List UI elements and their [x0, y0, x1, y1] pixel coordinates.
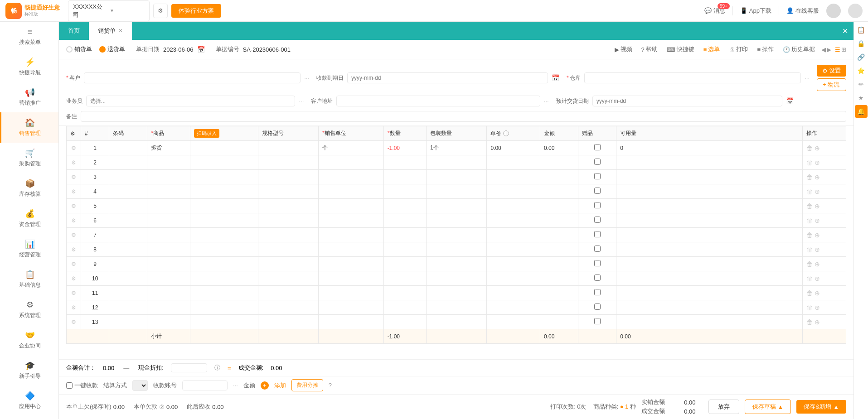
row-unitprice-cell[interactable]: [487, 257, 540, 271]
customer-more-icon[interactable]: ···: [304, 75, 309, 82]
delete-icon[interactable]: 🗑: [806, 202, 813, 210]
row-unitprice-cell[interactable]: [487, 184, 540, 199]
row-spec-cell[interactable]: [258, 184, 318, 199]
row-packqty-cell[interactable]: [427, 184, 487, 199]
copy-icon[interactable]: ⊕: [815, 159, 820, 166]
delivery-date-calendar-icon[interactable]: 📅: [786, 97, 794, 105]
copy-icon[interactable]: ⊕: [815, 304, 820, 311]
row-gift-cell[interactable]: [578, 213, 616, 228]
salesperson-more-icon[interactable]: ···: [299, 98, 304, 105]
row-unit-cell[interactable]: [318, 155, 383, 170]
row-gift-cell[interactable]: [578, 300, 616, 315]
row-unit-cell[interactable]: [318, 213, 383, 228]
row-unit-cell[interactable]: [318, 315, 383, 329]
row-unitprice-cell[interactable]: [487, 286, 540, 300]
right-btn-edit[interactable]: ✏: [855, 78, 868, 91]
delete-icon[interactable]: 🗑: [806, 289, 813, 297]
copy-icon[interactable]: ⊕: [815, 173, 820, 181]
row-barcode-cell[interactable]: [109, 271, 147, 286]
row-product-cell[interactable]: [147, 286, 190, 300]
tab-home[interactable]: 首页: [59, 22, 89, 40]
online-service-button[interactable]: 👤 在线客服: [786, 7, 819, 15]
row-gear-cell[interactable]: ⚙: [67, 141, 81, 155]
message-button[interactable]: 💬 消息 99+: [704, 7, 725, 15]
row-spec-cell[interactable]: [258, 141, 318, 155]
gift-checkbox[interactable]: [594, 303, 601, 310]
copy-icon[interactable]: ⊕: [815, 217, 820, 224]
gift-checkbox[interactable]: [594, 318, 601, 324]
row-unitprice-cell[interactable]: [487, 155, 540, 170]
gift-checkbox[interactable]: [594, 246, 601, 252]
right-btn-link[interactable]: 🔗: [855, 51, 868, 63]
row-product-cell[interactable]: [147, 228, 190, 242]
payment-method-select[interactable]: [132, 380, 148, 391]
payment-date-input[interactable]: [347, 72, 548, 83]
row-product-cell[interactable]: [147, 155, 190, 170]
row-amount-cell[interactable]: [540, 271, 578, 286]
account-more-icon[interactable]: ···: [233, 382, 238, 389]
sidebar-item-enterprise[interactable]: 🤝 企业协同: [0, 325, 58, 355]
delete-icon[interactable]: 🗑: [806, 275, 813, 282]
row-barcode-cell[interactable]: [109, 213, 147, 228]
row-barcode-cell[interactable]: [109, 242, 147, 257]
row-spec-cell[interactable]: [258, 199, 318, 213]
row-spec-cell[interactable]: [258, 242, 318, 257]
row-amount-cell[interactable]: [540, 184, 578, 199]
sidebar-item-sales[interactable]: 🏠 销售管理: [0, 112, 58, 143]
copy-icon[interactable]: ⊕: [815, 318, 820, 326]
row-amount-cell[interactable]: [540, 228, 578, 242]
row-gift-cell[interactable]: [578, 257, 616, 271]
row-amount-cell[interactable]: [540, 300, 578, 315]
row-unit-cell[interactable]: [318, 242, 383, 257]
copy-icon[interactable]: ⊕: [815, 188, 820, 195]
row-spec-cell[interactable]: [258, 257, 318, 271]
row-gift-cell[interactable]: [578, 199, 616, 213]
gift-checkbox[interactable]: [594, 202, 601, 208]
row-gear-cell[interactable]: ⚙: [67, 257, 81, 271]
row-gear-cell[interactable]: ⚙: [67, 213, 81, 228]
avatar2[interactable]: [848, 4, 863, 18]
gift-checkbox[interactable]: [594, 144, 601, 150]
copy-icon[interactable]: ⊕: [815, 260, 820, 268]
row-unitprice-cell[interactable]: [487, 170, 540, 184]
list-view-icon[interactable]: ☰: [835, 46, 840, 53]
row-packqty-cell[interactable]: [427, 257, 487, 271]
row-unit-cell[interactable]: [318, 228, 383, 242]
delete-icon[interactable]: 🗑: [806, 246, 813, 253]
row-barcode-cell[interactable]: [109, 184, 147, 199]
avatar[interactable]: [826, 4, 841, 18]
row-quantity-cell[interactable]: [383, 315, 426, 329]
row-gear-cell[interactable]: ⚙: [67, 184, 81, 199]
row-amount-cell[interactable]: [540, 155, 578, 170]
company-selector[interactable]: XXXXXX公司 ▼: [68, 0, 150, 21]
right-btn-clipboard[interactable]: 📋: [855, 24, 868, 36]
trial-button[interactable]: 体验行业方案: [171, 4, 221, 18]
tab-close-icon[interactable]: ✕: [118, 28, 123, 34]
row-amount-cell[interactable]: [540, 213, 578, 228]
row-gift-cell[interactable]: [578, 271, 616, 286]
row-gear-cell[interactable]: ⚙: [67, 242, 81, 257]
warehouse-input[interactable]: 建材仓: [584, 72, 801, 83]
delete-icon[interactable]: 🗑: [806, 173, 813, 181]
row-packqty-cell[interactable]: [427, 155, 487, 170]
row-spec-cell[interactable]: [258, 315, 318, 329]
row-gear-cell[interactable]: ⚙: [67, 300, 81, 315]
row-packqty-cell[interactable]: [427, 271, 487, 286]
delete-icon[interactable]: 🗑: [806, 304, 813, 311]
calendar-icon[interactable]: 📅: [197, 46, 205, 53]
sidebar-item-shortcut[interactable]: ⚡ 快捷导航: [0, 52, 58, 82]
logistics-btn[interactable]: + 物流: [817, 78, 846, 91]
row-quantity-cell[interactable]: [383, 257, 426, 271]
account-input[interactable]: [182, 380, 228, 390]
save-new-button[interactable]: 保存&新增 ▲: [796, 400, 846, 414]
one-click-pay-checkbox[interactable]: 一键收款: [66, 381, 98, 390]
shortcut-btn[interactable]: ⌨ 快捷键: [664, 44, 697, 54]
row-spec-cell[interactable]: [258, 228, 318, 242]
row-gift-cell[interactable]: [578, 141, 616, 155]
row-unitprice-cell[interactable]: [487, 242, 540, 257]
sidebar-item-wechat[interactable]: 💬 企业微信: [0, 416, 58, 419]
notes-input[interactable]: [81, 111, 846, 122]
help-btn[interactable]: ? 帮助: [639, 44, 660, 54]
right-btn-alert[interactable]: 🔔: [855, 105, 868, 118]
fee-split-btn[interactable]: 费用分摊: [291, 379, 323, 391]
